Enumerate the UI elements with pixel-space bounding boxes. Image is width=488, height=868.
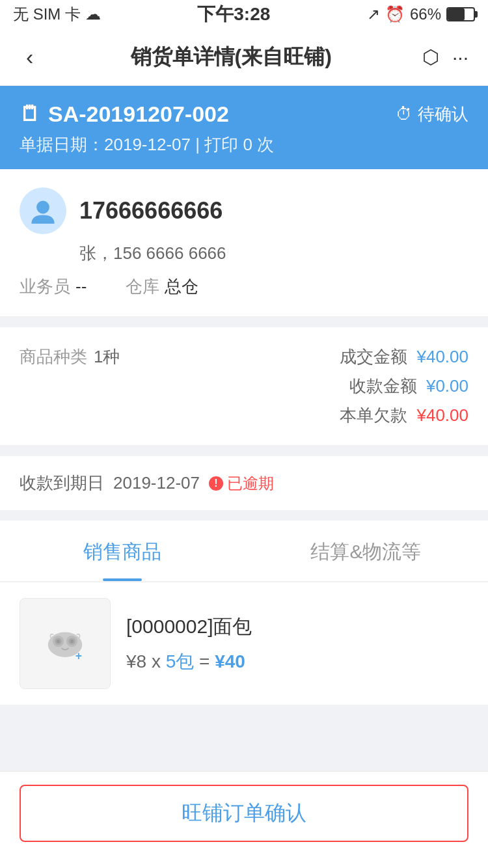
tab-settlement[interactable]: 结算&物流等 — [244, 521, 488, 581]
customer-top: 17666666666 — [20, 187, 468, 234]
summary-row: 商品种类 1种 成交金额 ¥40.00 收款金额 ¥0.00 本单欠款 ¥40.… — [20, 346, 468, 427]
goods-type-label: 商品种类 — [20, 346, 87, 368]
overdue-text: 已逾期 — [227, 473, 274, 494]
order-icon: 🗒 — [20, 102, 40, 126]
svg-text:+: + — [75, 649, 82, 662]
debt-label: 本单欠款 — [340, 404, 407, 427]
warehouse-label: 仓库 — [126, 275, 159, 298]
collection-value: ¥0.00 — [426, 376, 468, 396]
order-header-top: 🗒 SA-20191207-002 ⏱ 待确认 — [20, 102, 468, 127]
battery-icon — [446, 7, 475, 21]
battery-percent: 66% — [410, 5, 441, 23]
due-date-label: 收款到期日 — [20, 472, 104, 495]
overdue-dot: ! — [209, 476, 223, 491]
tabs-section: 销售商品 结算&物流等 + — [0, 521, 488, 705]
status-text: 待确认 — [418, 103, 468, 126]
order-id: 🗒 SA-20191207-002 — [20, 102, 229, 127]
status-bar-time: 下午3:28 — [197, 2, 270, 27]
customer-avatar — [20, 187, 66, 234]
summary-section: 商品种类 1种 成交金额 ¥40.00 收款金额 ¥0.00 本单欠款 ¥40.… — [0, 327, 488, 446]
multiply-sign: x — [152, 651, 166, 671]
customer-phone: 17666666666 — [79, 197, 223, 224]
salesperson-item: 业务员 -- — [20, 275, 87, 298]
order-meta: 单据日期：2019-12-07 | 打印 0 次 — [20, 133, 468, 156]
warehouse-item: 仓库 总仓 — [126, 275, 198, 298]
nav-bar: ‹ 销货单详情(来自旺铺) ⬡ ··· — [0, 29, 488, 86]
salesperson-value: -- — [75, 277, 87, 297]
svg-point-0 — [36, 201, 49, 214]
total-value: ¥40 — [215, 651, 245, 671]
product-price: ¥8 x 5包 = ¥40 — [126, 649, 468, 674]
deal-amount-label: 成交金额 — [340, 346, 407, 368]
goods-type: 商品种类 1种 — [20, 346, 120, 368]
customer-name: 张，156 6666 6666 — [79, 242, 468, 265]
alarm-icon: ⏰ — [385, 5, 405, 23]
order-status: ⏱ 待确认 — [396, 103, 468, 126]
confirm-button[interactable]: 旺铺订单确认 — [20, 785, 468, 842]
amounts: 成交金额 ¥40.00 收款金额 ¥0.00 本单欠款 ¥40.00 — [340, 346, 468, 427]
tab-sales-goods[interactable]: 销售商品 — [0, 521, 244, 581]
customer-details: 业务员 -- 仓库 总仓 — [20, 275, 468, 298]
deal-amount-value: ¥40.00 — [416, 347, 468, 367]
order-id-text: SA-20191207-002 — [48, 102, 229, 127]
tabs-header: 销售商品 结算&物流等 — [0, 521, 488, 582]
customer-section: 17666666666 张，156 6666 6666 业务员 -- 仓库 总仓 — [0, 169, 488, 317]
nav-actions: ⬡ ··· — [422, 46, 468, 68]
collection-row: 收款金额 ¥0.00 — [349, 375, 468, 398]
product-info: [0000002]面包 ¥8 x 5包 = ¥40 — [126, 614, 468, 674]
status-bar-right: ↗ ⏰ 66% — [367, 5, 475, 23]
collection-label: 收款金额 — [349, 375, 417, 398]
deal-amount-row: 成交金额 ¥40.00 — [340, 346, 468, 368]
due-section: 收款到期日 2019-12-07 ! 已逾期 — [0, 456, 488, 510]
product-name: [0000002]面包 — [126, 614, 468, 640]
location-icon: ↗ — [367, 5, 380, 23]
product-item: + [0000002]面包 ¥8 x 5包 = ¥40 — [20, 598, 468, 689]
quantity-value: 5包 — [166, 651, 195, 671]
due-date-value: 2019-12-07 — [113, 473, 200, 493]
more-icon[interactable]: ··· — [452, 46, 468, 68]
svg-point-7 — [70, 640, 74, 643]
order-header: 🗒 SA-20191207-002 ⏱ 待确认 单据日期：2019-12-07 … — [0, 86, 488, 169]
overdue-badge: ! 已逾期 — [209, 473, 274, 494]
page-title: 销货单详情(来自旺铺) — [131, 43, 332, 72]
svg-point-6 — [57, 640, 60, 643]
share-icon[interactable]: ⬡ — [422, 46, 439, 68]
bottom-bar: 旺铺订单确认 — [0, 771, 488, 868]
status-bar: 无 SIM 卡 ☁ 下午3:28 ↗ ⏰ 66% — [0, 0, 488, 29]
product-section: + [0000002]面包 ¥8 x 5包 = ¥40 — [0, 582, 488, 705]
salesperson-label: 业务员 — [20, 275, 70, 298]
sim-status: 无 SIM 卡 ☁ — [13, 4, 101, 25]
product-thumbnail: + — [36, 621, 94, 666]
status-bar-left: 无 SIM 卡 ☁ — [13, 4, 101, 25]
price-value: ¥8 — [126, 651, 146, 671]
product-image: + — [20, 598, 111, 689]
debt-value: ¥40.00 — [416, 405, 468, 426]
debt-row: 本单欠款 ¥40.00 — [340, 404, 468, 427]
clock-icon: ⏱ — [396, 104, 413, 124]
avatar-icon — [29, 197, 57, 225]
back-button[interactable]: ‹ — [20, 38, 40, 76]
goods-type-value: 1种 — [94, 346, 120, 368]
equals-sign: = — [199, 651, 215, 671]
warehouse-value: 总仓 — [165, 275, 198, 298]
